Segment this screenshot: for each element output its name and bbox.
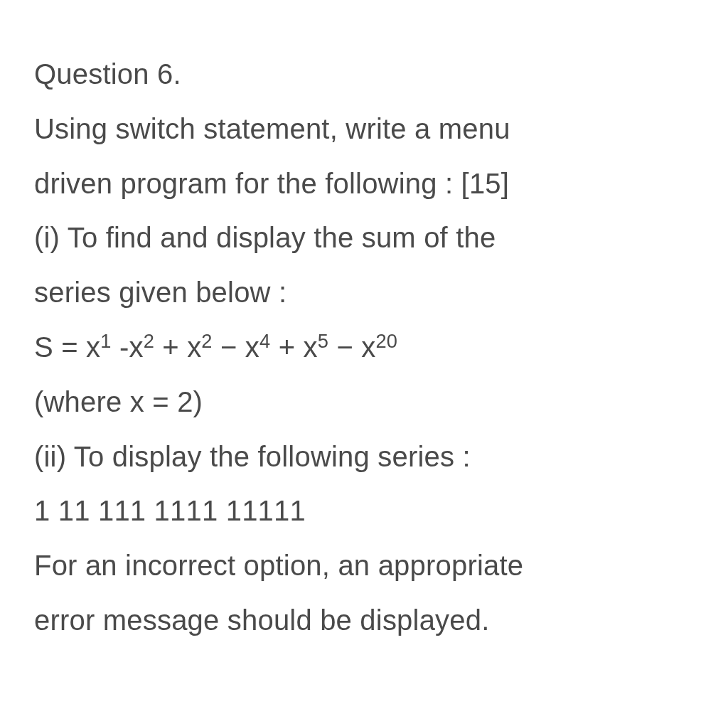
term-4: − x xyxy=(213,331,259,363)
exponent-4: 4 xyxy=(259,330,270,352)
part-ii-line: (ii) To display the following series : xyxy=(34,430,694,484)
where-clause: (where x = 2) xyxy=(34,375,694,430)
question-body: Question 6. Using switch statement, writ… xyxy=(34,47,694,648)
term-6: − x xyxy=(328,331,375,363)
formula-prefix: S = x xyxy=(34,331,100,363)
intro-line-2: driven program for the following : [15] xyxy=(34,156,694,211)
outro-line-1: For an incorrect option, an appropriate xyxy=(34,538,694,593)
intro-line-1: Using switch statement, write a menu xyxy=(34,102,694,156)
exponent-2: 2 xyxy=(144,330,154,352)
part-i-line-1: (i) To find and display the sum of the xyxy=(34,210,694,265)
part-i-line-2: series given below : xyxy=(34,265,694,320)
series-values: 1 11 111 1111 11111 xyxy=(34,484,694,538)
exponent-1: 1 xyxy=(100,330,111,352)
exponent-3: 2 xyxy=(201,330,212,352)
term-2: -x xyxy=(112,331,144,363)
question-heading: Question 6. xyxy=(34,47,694,102)
outro-line-2: error message should be displayed. xyxy=(34,593,694,648)
exponent-5: 5 xyxy=(318,330,328,352)
series-formula: S = x1 -x2 + x2 − x4 + x5 − x20 xyxy=(34,320,694,375)
term-5: + x xyxy=(270,331,317,363)
exponent-6: 20 xyxy=(376,330,398,352)
term-3: + x xyxy=(154,331,201,363)
